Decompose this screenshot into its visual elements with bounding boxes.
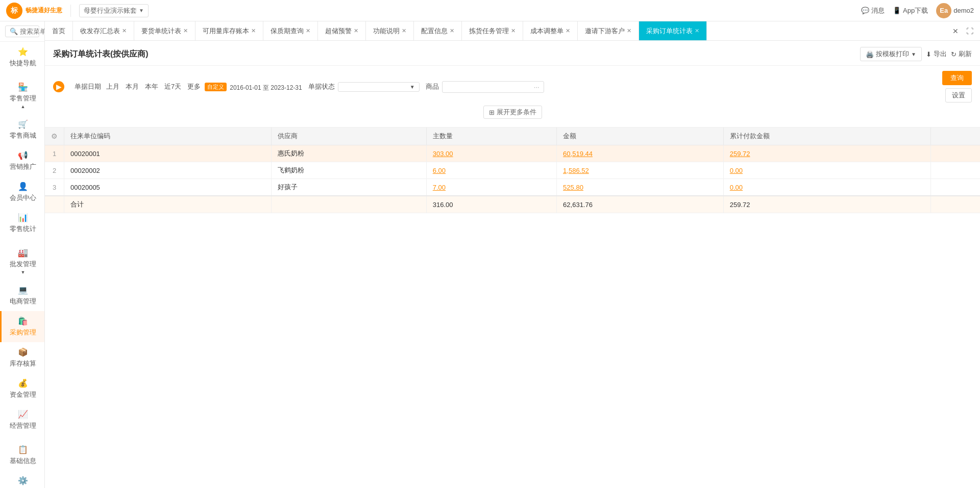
gear-icon[interactable]: ⚙: [51, 132, 58, 140]
sidebar-item-purchase[interactable]: 🛍️ 采购管理: [0, 311, 44, 342]
workspace-selector[interactable]: 母婴行业演示账套 ▼: [79, 4, 149, 17]
tab-available-stock[interactable]: 可用量库存账本 ✕: [195, 21, 263, 41]
sidebar-item-shortcut[interactable]: ⭐ 快捷导航: [0, 42, 44, 73]
footer-empty-3: [930, 196, 980, 213]
th-extra: [930, 127, 980, 145]
retail-mgmt-icon: 🏪: [18, 82, 28, 92]
product-label: 商品: [426, 82, 439, 91]
tab-order-summary-close[interactable]: ✕: [183, 28, 188, 34]
date-btn-last-month[interactable]: 上月: [104, 81, 121, 92]
tab-function-desc[interactable]: 功能说明 ✕: [366, 21, 414, 41]
table-row: 2 00020002 飞鹤奶粉 6.00 1,586.52 0.00: [45, 162, 980, 179]
tab-maximize-button[interactable]: ⛶: [964, 25, 976, 37]
search-input[interactable]: [20, 28, 45, 35]
product-input[interactable]: ···: [442, 81, 544, 93]
th-paid: 累计付款金额: [723, 127, 930, 145]
wholesale-label: 批发管理: [10, 260, 36, 269]
row-index: 2: [45, 162, 64, 179]
row-amount: 1,586.52: [557, 162, 724, 179]
query-button[interactable]: 查询: [942, 71, 972, 85]
inventory-label: 库存核算: [10, 359, 36, 368]
sidebar-item-operations[interactable]: 📈 经营管理: [0, 404, 44, 435]
tab-order-summary[interactable]: 要货单统计表 ✕: [134, 21, 195, 41]
tab-purchase-order-summary[interactable]: 采购订单统计表 ✕: [639, 21, 707, 41]
tab-overstock-label: 超储预警: [325, 27, 352, 36]
tab-config-info-label: 配置信息: [421, 27, 448, 36]
sidebar-item-wholesale[interactable]: 🏭 批发管理 ▼: [0, 243, 44, 280]
date-btn-this-month[interactable]: 本月: [124, 81, 141, 92]
tab-picking-task-label: 拣货任务管理: [469, 27, 509, 36]
tab-overstock-close[interactable]: ✕: [354, 28, 358, 34]
sidebar-item-member[interactable]: 👤 会员中心: [0, 176, 44, 208]
expand-button[interactable]: ⊞ 展开更多条件: [483, 106, 542, 119]
sidebar-item-retail-shop[interactable]: 🛒 零售商城: [0, 114, 44, 145]
tab-cost-adjust-close[interactable]: ✕: [566, 28, 570, 34]
top-bar: 标 畅捷通好生意 母婴行业演示账套 ▼ 💬 消息 📱 App下载 Ea demo…: [0, 0, 980, 21]
filter-row-main: ▶ 单据日期 上月 本月 本年 近7天 更多 自定义 2016-01-01 至: [53, 71, 972, 102]
footer-amount: 62,631.76: [557, 196, 724, 213]
tab-invite-downstream-close[interactable]: ✕: [627, 28, 631, 34]
row-amount: 525.80: [557, 179, 724, 196]
filter-toggle-button[interactable]: ▶: [53, 81, 64, 92]
sidebar-item-retail-stats[interactable]: 📊 零售统计: [0, 208, 44, 239]
data-table: ⚙ 往来单位编码 供应商 主数量 金额 累计付款金额 1 00020001 惠氏…: [45, 127, 980, 213]
app-download-button[interactable]: 📱 App下载: [893, 6, 928, 15]
filter-status-group: 单据状态 ▼: [308, 82, 420, 92]
tab-config-info[interactable]: 配置信息 ✕: [414, 21, 462, 41]
sidebar-item-basic-info[interactable]: 📋 基础信息: [0, 440, 44, 471]
tab-end-buttons: ✕ ⛶: [945, 25, 980, 37]
member-label: 会员中心: [10, 193, 36, 202]
tab-available-stock-close[interactable]: ✕: [251, 28, 256, 34]
export-button[interactable]: ⬇ 导出: [926, 49, 947, 59]
filter-date-group: 单据日期 上月 本月 本年 近7天 更多 自定义 2016-01-01 至 20…: [75, 81, 302, 92]
print-button[interactable]: 🖨️ 按模板打印 ▼: [860, 47, 922, 61]
tab-cost-adjust-label: 成本调整单: [530, 27, 564, 36]
row-qty: 303.00: [426, 145, 556, 162]
tab-receive-summary-close[interactable]: ✕: [122, 28, 127, 34]
tab-picking-task-close[interactable]: ✕: [511, 28, 516, 34]
tab-overstock[interactable]: 超储预警 ✕: [318, 21, 366, 41]
sidebar-item-marketing[interactable]: 📢 营销推广: [0, 145, 44, 176]
sidebar-item-system[interactable]: ⚙️ 系统管理: [0, 471, 44, 488]
top-bar-left: 标 畅捷通好生意 母婴行业演示账套 ▼: [6, 3, 149, 19]
footer-empty-2: [272, 196, 427, 213]
wholesale-arrow: ▼: [21, 270, 26, 275]
sidebar-item-ecommerce[interactable]: 💻 电商管理: [0, 280, 44, 311]
workspace-dropdown-icon: ▼: [139, 8, 144, 13]
date-btn-last-7-days[interactable]: 近7天: [162, 81, 183, 92]
export-icon: ⬇: [926, 50, 932, 58]
status-select[interactable]: ▼: [338, 82, 420, 92]
tab-function-desc-close[interactable]: ✕: [402, 28, 406, 34]
tab-expiry-query-close[interactable]: ✕: [306, 28, 310, 34]
tab-home[interactable]: 首页: [45, 21, 73, 41]
sidebar-item-inventory[interactable]: 📦 库存核算: [0, 342, 44, 373]
tab-close-all-button[interactable]: ✕: [949, 25, 962, 37]
print-icon: 🖨️: [866, 50, 874, 58]
sidebar-item-finance[interactable]: 💰 资金管理: [0, 373, 44, 404]
settings-button[interactable]: 设置: [945, 88, 972, 102]
search-input-wrap[interactable]: 🔍: [5, 25, 39, 37]
date-btn-more[interactable]: 更多: [185, 81, 203, 92]
tab-cost-adjust[interactable]: 成本调整单 ✕: [523, 21, 578, 41]
row-extra: [930, 145, 980, 162]
date-shortcuts: 上月 本月 本年 近7天 更多 自定义: [104, 81, 227, 92]
tab-invite-downstream[interactable]: 邀请下游客户 ✕: [578, 21, 639, 41]
marketing-label: 营销推广: [10, 162, 36, 171]
expand-label: 展开更多条件: [497, 108, 536, 117]
tab-picking-task[interactable]: 拣货任务管理 ✕: [462, 21, 523, 41]
message-button[interactable]: 💬 消息: [861, 6, 885, 15]
date-btn-this-year[interactable]: 本年: [143, 81, 160, 92]
print-dropdown-icon: ▼: [911, 52, 916, 57]
tab-expiry-query[interactable]: 保质期查询 ✕: [263, 21, 318, 41]
message-icon: 💬: [861, 7, 869, 14]
tab-config-info-close[interactable]: ✕: [450, 28, 454, 34]
page-title: 采购订单统计表(按供应商): [53, 49, 149, 60]
date-custom-tag[interactable]: 自定义: [205, 83, 227, 91]
tab-purchase-order-summary-close[interactable]: ✕: [695, 28, 699, 34]
row-paid: 0.00: [723, 162, 930, 179]
tab-receive-summary[interactable]: 收发存汇总表 ✕: [73, 21, 134, 41]
sidebar-item-retail-management[interactable]: 🏪 零售管理 ▲: [0, 77, 44, 114]
retail-stats-label: 零售统计: [10, 224, 36, 234]
refresh-button[interactable]: ↻ 刷新: [951, 49, 972, 59]
user-area[interactable]: Ea demo2: [936, 3, 974, 18]
